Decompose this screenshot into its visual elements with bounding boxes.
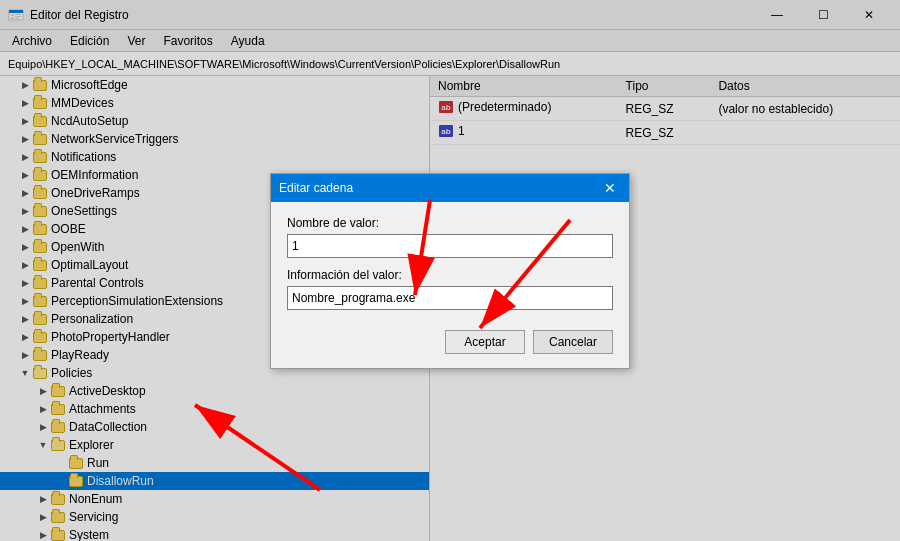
- modal-title-bar: Editar cadena ✕: [271, 174, 629, 202]
- modal-title: Editar cadena: [279, 181, 353, 195]
- value-data-input[interactable]: [287, 286, 613, 310]
- value-name-input[interactable]: [287, 234, 613, 258]
- ok-button[interactable]: Aceptar: [445, 330, 525, 354]
- modal-close-button[interactable]: ✕: [599, 177, 621, 199]
- modal-footer: Aceptar Cancelar: [287, 330, 613, 354]
- modal-body: Nombre de valor: Información del valor: …: [271, 202, 629, 368]
- cancel-button[interactable]: Cancelar: [533, 330, 613, 354]
- modal-overlay: Editar cadena ✕ Nombre de valor: Informa…: [0, 0, 900, 541]
- value-data-label: Información del valor:: [287, 268, 613, 282]
- edit-string-dialog: Editar cadena ✕ Nombre de valor: Informa…: [270, 173, 630, 369]
- value-name-label: Nombre de valor:: [287, 216, 613, 230]
